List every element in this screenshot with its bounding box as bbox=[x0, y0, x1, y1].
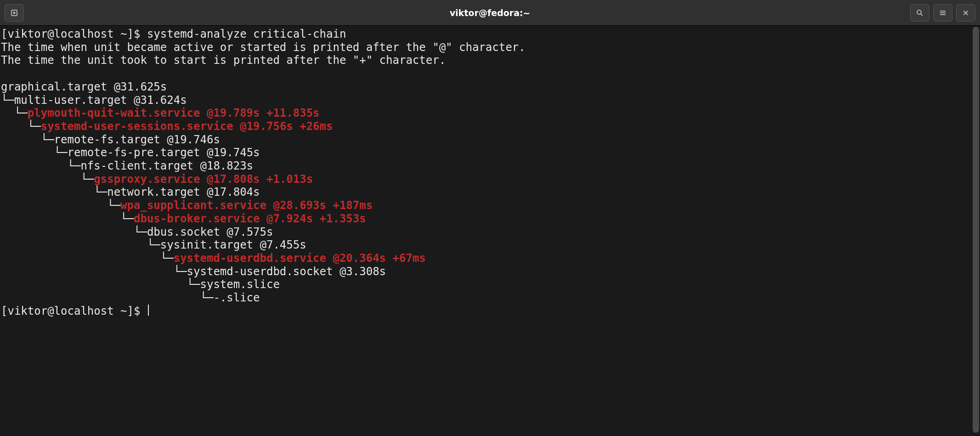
chain-line: └─systemd-userdbd.socket @3.308s bbox=[1, 265, 979, 278]
svg-line-4 bbox=[921, 14, 923, 16]
scrollbar-track[interactable] bbox=[973, 27, 979, 433]
output-line: The time the unit took to start is print… bbox=[1, 54, 979, 67]
unit-entry: plymouth-quit-wait.service @19.789s +11.… bbox=[28, 107, 320, 119]
unit-entry: graphical.target @31.625s bbox=[1, 80, 167, 93]
blank-line bbox=[1, 67, 979, 80]
chain-line: └─dbus.socket @7.575s bbox=[1, 226, 979, 239]
unit-entry: wpa_supplicant.service @28.693s +187ms bbox=[120, 199, 373, 212]
tree-prefix: └─ bbox=[1, 146, 68, 159]
unit-entry: systemd-userdbd.socket @3.308s bbox=[187, 265, 386, 278]
tree-prefix: └─ bbox=[1, 291, 213, 304]
tree-prefix: └─ bbox=[1, 252, 174, 265]
unit-entry: nfs-client.target @18.823s bbox=[80, 159, 253, 172]
close-icon bbox=[962, 9, 970, 17]
chain-line: └─wpa_supplicant.service @28.693s +187ms bbox=[1, 199, 979, 212]
unit-entry: network.target @17.804s bbox=[107, 186, 260, 198]
shell-prompt: [viktor@localhost ~]$ bbox=[1, 28, 147, 40]
tree-prefix: └─ bbox=[1, 159, 80, 172]
chain-line: └─network.target @17.804s bbox=[1, 186, 979, 199]
window-title: viktor@fedora:~ bbox=[450, 8, 531, 18]
unit-entry: sysinit.target @7.455s bbox=[160, 238, 306, 251]
output-line: The time when unit became active or star… bbox=[1, 41, 979, 54]
hamburger-menu-icon bbox=[939, 9, 947, 17]
chain-line: └─remote-fs.target @19.746s bbox=[1, 133, 979, 147]
unit-entry: -.slice bbox=[213, 291, 260, 304]
unit-entry: systemd-user-sessions.service @19.756s +… bbox=[41, 120, 333, 133]
tree-prefix: └─ bbox=[1, 212, 134, 225]
chain-line: └─plymouth-quit-wait.service @19.789s +1… bbox=[1, 107, 979, 120]
chain-line: └─remote-fs-pre.target @19.745s bbox=[1, 146, 979, 159]
menu-button[interactable] bbox=[933, 4, 952, 22]
unit-entry: remote-fs-pre.target @19.745s bbox=[68, 146, 260, 159]
shell-prompt: [viktor@localhost ~]$ bbox=[1, 305, 147, 317]
tree-prefix: └─ bbox=[1, 238, 160, 251]
chain-line: └─dbus-broker.service @7.924s +1.353s bbox=[1, 212, 979, 226]
tree-prefix: └─ bbox=[1, 120, 41, 133]
tree-prefix: └─ bbox=[1, 265, 187, 278]
chain-line: └─sysinit.target @7.455s bbox=[1, 238, 979, 252]
tree-prefix: └─ bbox=[1, 107, 28, 119]
new-tab-icon bbox=[10, 9, 18, 17]
tree-prefix: └─ bbox=[1, 226, 147, 238]
titlebar: viktor@fedora:~ bbox=[0, 0, 980, 26]
close-button[interactable] bbox=[956, 4, 975, 22]
shell-command: systemd-analyze critical-chain bbox=[147, 28, 346, 40]
search-button[interactable] bbox=[910, 4, 929, 22]
search-icon bbox=[916, 9, 924, 17]
unit-entry: dbus.socket @7.575s bbox=[147, 226, 273, 238]
tree-prefix: └─ bbox=[1, 94, 14, 107]
chain-line: └─system.slice bbox=[1, 278, 979, 291]
chain-line: └─-.slice bbox=[1, 291, 979, 305]
unit-entry: systemd-userdbd.service @20.364s +67ms bbox=[174, 252, 426, 265]
chain-line: └─gssproxy.service @17.808s +1.013s bbox=[1, 173, 979, 186]
unit-entry: remote-fs.target @19.746s bbox=[54, 133, 220, 146]
chain-line: └─nfs-client.target @18.823s bbox=[1, 159, 979, 173]
unit-entry: multi-user.target @31.624s bbox=[14, 94, 187, 107]
prompt-line: [viktor@localhost ~]$ bbox=[1, 305, 979, 318]
tree-prefix: └─ bbox=[1, 186, 107, 198]
prompt-line: [viktor@localhost ~]$ systemd-analyze cr… bbox=[1, 28, 979, 41]
chain-line: graphical.target @31.625s bbox=[1, 80, 979, 94]
tree-prefix: └─ bbox=[1, 199, 120, 212]
chain-line: └─systemd-userdbd.service @20.364s +67ms bbox=[1, 252, 979, 265]
svg-point-3 bbox=[917, 10, 921, 14]
tree-prefix: └─ bbox=[1, 278, 200, 291]
unit-entry: dbus-broker.service @7.924s +1.353s bbox=[134, 212, 366, 225]
tree-prefix: └─ bbox=[1, 173, 94, 186]
scrollbar-thumb[interactable] bbox=[973, 27, 979, 433]
tree-prefix: └─ bbox=[1, 133, 54, 146]
terminal-output[interactable]: [viktor@localhost ~]$ systemd-analyze cr… bbox=[0, 26, 980, 436]
unit-entry: system.slice bbox=[200, 278, 279, 291]
new-tab-button[interactable] bbox=[5, 4, 24, 22]
chain-line: └─multi-user.target @31.624s bbox=[1, 94, 979, 107]
unit-entry: gssproxy.service @17.808s +1.013s bbox=[94, 173, 313, 186]
chain-line: └─systemd-user-sessions.service @19.756s… bbox=[1, 120, 979, 133]
cursor bbox=[148, 305, 149, 316]
